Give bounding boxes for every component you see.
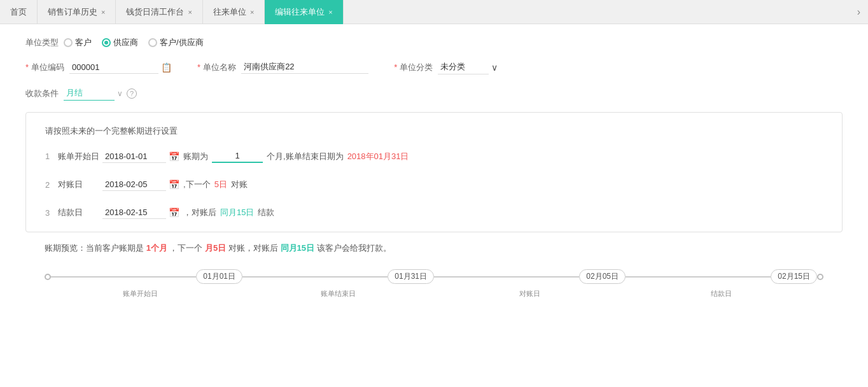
unit-code-icon[interactable]: 📋: [161, 62, 172, 73]
tl-badge-3: 02月15日: [771, 269, 817, 284]
period-cal-2[interactable]: 📅: [169, 179, 179, 190]
period-prefix-2: ,下一个: [183, 179, 211, 190]
payment-terms-label: 收款条件: [25, 88, 59, 99]
unit-name-input[interactable]: [241, 61, 368, 74]
tab-sales-order-close[interactable]: ×: [101, 8, 105, 16]
radio-supplier[interactable]: 供应商: [102, 37, 138, 48]
radio-both-label: 客户/供应商: [160, 37, 204, 48]
payment-terms-row: 收款条件 月结 ∨ ?: [25, 86, 843, 101]
period-box: 请按照未来的一个完整帐期进行设置 1 账单开始日 📅 账期为 个月,账单结束日期…: [25, 112, 843, 232]
unit-category-star: *: [394, 62, 397, 72]
preview-highlight2: 月5日: [205, 243, 226, 253]
preview-highlight3: 同月15日: [281, 243, 314, 253]
tab-cashier-label: 钱货日清工作台: [126, 6, 184, 18]
period-cal-3[interactable]: 📅: [169, 208, 179, 218]
tab-edit-partner-close[interactable]: ×: [328, 8, 332, 16]
radio-both[interactable]: 客户/供应商: [148, 37, 204, 48]
timeline: 01月01日 01月31日 02月05日 02月15日: [25, 269, 843, 311]
period-row-1: 1 账单开始日 📅 账期为 个月,账单结束日期为 2018年01月31日: [45, 150, 823, 163]
tab-home[interactable]: 首页: [0, 0, 38, 24]
period-highlight-3: 同月15日: [220, 207, 254, 218]
period-label-3: 结款日: [58, 207, 102, 218]
unit-name-group: * 单位名称: [197, 61, 368, 74]
tl-badge-2: 02月05日: [579, 269, 626, 284]
unit-category-group: * 单位分类 未分类 ∨: [394, 60, 498, 74]
period-label-1: 账单开始日: [58, 151, 102, 162]
tab-cashier[interactable]: 钱货日清工作台 ×: [116, 0, 202, 24]
payment-terms-value[interactable]: 月结: [64, 86, 115, 101]
period-num-1: 1: [45, 151, 58, 161]
unit-code-star: *: [25, 62, 29, 72]
radio-supplier-circle: [102, 38, 111, 47]
tl-label-2: 对账日: [519, 289, 540, 299]
tab-partner-label: 往来单位: [213, 6, 246, 18]
unit-code-label: 单位编码: [31, 62, 64, 73]
radio-customer-label: 客户: [75, 37, 92, 48]
tl-badge-0: 01月01日: [196, 269, 242, 284]
period-title: 请按照未来的一个完整帐期进行设置: [45, 125, 823, 137]
period-date-2[interactable]: [102, 178, 166, 191]
tab-edit-partner-label: 编辑往来单位: [275, 6, 325, 18]
unit-code-group: * 单位编码 📋: [25, 61, 172, 74]
unit-category-arrow[interactable]: ∨: [491, 62, 498, 73]
tl-line-1: [242, 276, 388, 278]
tl-line-3: [626, 276, 771, 278]
payment-terms-arrow[interactable]: ∨: [117, 89, 123, 98]
preview-suffix: 该客户会给我打款。: [317, 243, 391, 253]
period-suffix-2: 对账: [231, 179, 248, 190]
radio-group: 客户 供应商 客户/供应商: [64, 37, 204, 48]
tab-sales-order[interactable]: 销售订单历史 ×: [38, 0, 116, 24]
radio-customer[interactable]: 客户: [64, 37, 92, 48]
tab-cashier-close[interactable]: ×: [188, 8, 192, 16]
tl-label-0: 账单开始日: [123, 289, 158, 299]
period-num-3: 3: [45, 208, 58, 218]
preview-mid1: ，下一个: [169, 243, 202, 253]
preview-highlight1: 1个月: [146, 243, 167, 253]
period-cal-1[interactable]: 📅: [169, 151, 179, 162]
unit-name-star: *: [197, 62, 200, 72]
tl-label-3: 结款日: [711, 289, 732, 299]
tab-edit-partner[interactable]: 编辑往来单位 ×: [265, 0, 343, 24]
unit-category-label: 单位分类: [400, 62, 433, 73]
period-suffix-3: 结款: [258, 207, 274, 218]
period-row-2: 2 对账日 📅 ,下一个 5日 对账: [45, 178, 823, 191]
period-date-3[interactable]: [102, 206, 166, 219]
unit-category-value[interactable]: 未分类: [438, 60, 489, 74]
period-row-3: 3 结款日 📅 ，对账后 同月15日 结款: [45, 206, 823, 219]
tl-line-2: [434, 276, 579, 278]
radio-customer-circle: [64, 38, 73, 47]
unit-code-input[interactable]: [69, 61, 158, 74]
tab-partner[interactable]: 往来单位 ×: [203, 0, 265, 24]
payment-terms-help[interactable]: ?: [127, 88, 137, 99]
period-highlight-2: 5日: [214, 179, 227, 190]
unit-type-label: 单位类型: [25, 37, 59, 48]
preview-text: 账期预览：当前客户账期是 1个月 ，下一个 月5日 对账，对账后 同月15日 该…: [25, 243, 843, 254]
tl-dot-end: [817, 274, 823, 280]
radio-both-circle: [148, 38, 157, 47]
period-suffix-after-1: 个月,账单结束日期为: [267, 151, 344, 162]
preview-mid2: 对账，对账后: [228, 243, 278, 253]
tl-badge-1: 01月31日: [388, 269, 434, 284]
period-label-2: 对账日: [58, 179, 102, 190]
tl-dot-0: [45, 274, 51, 280]
tab-home-label: 首页: [10, 6, 27, 18]
period-suffix-before-1: 账期为: [183, 151, 208, 162]
tab-more-button[interactable]: ›: [850, 6, 868, 18]
period-num-2: 2: [45, 180, 58, 190]
period-prefix-3: ，对账后: [183, 207, 216, 218]
period-date-1[interactable]: [102, 150, 166, 163]
tab-bar: 首页 销售订单历史 × 钱货日清工作台 × 往来单位 × 编辑往来单位 × ›: [0, 0, 868, 24]
radio-supplier-label: 供应商: [113, 37, 138, 48]
period-value-1[interactable]: [212, 150, 263, 163]
period-highlight-1: 2018年01月31日: [347, 151, 409, 162]
unit-type-row: 单位类型 客户 供应商 客户/供应商: [25, 37, 843, 48]
info-row: * 单位编码 📋 * 单位名称 * 单位分类 未分类 ∨: [25, 60, 843, 74]
tl-line-0: [51, 276, 196, 278]
payment-terms-dropdown: 月结 ∨: [64, 86, 123, 101]
tab-partner-close[interactable]: ×: [250, 8, 254, 16]
tab-sales-order-label: 销售订单历史: [48, 6, 97, 18]
preview-prefix: 账期预览：当前客户账期是: [45, 243, 144, 253]
unit-name-label: 单位名称: [203, 62, 236, 73]
main-content: 单位类型 客户 供应商 客户/供应商 * 单位编码 📋 * 单位名称: [0, 24, 868, 387]
tl-label-1: 账单结束日: [321, 289, 356, 299]
